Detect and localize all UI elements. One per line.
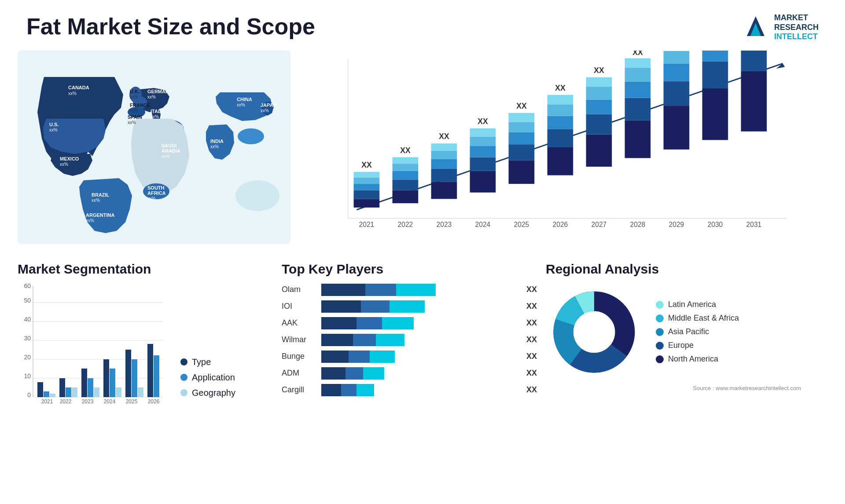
- regional-content: Latin America Middle East & Africa Asia …: [546, 284, 827, 380]
- svg-rect-22: [393, 190, 419, 203]
- label-saudi2: ARABIA: [162, 148, 180, 153]
- legend-latin-america: Latin America: [656, 300, 739, 309]
- legend-asia-pacific: Asia Pacific: [656, 327, 739, 336]
- svg-rect-71: [664, 106, 690, 150]
- legend-dot-type: [180, 358, 187, 365]
- svg-rect-37: [470, 157, 496, 171]
- svg-rect-43: [509, 160, 535, 184]
- bottom-grid: Market Segmentation 0 10 20 30 40 50 60: [0, 257, 845, 416]
- svg-rect-65: [625, 98, 651, 120]
- svg-rect-79: [702, 51, 728, 61]
- svg-text:50: 50: [24, 297, 31, 304]
- label-japan: JAPAN: [261, 102, 277, 108]
- svg-text:2022: 2022: [60, 398, 72, 405]
- svg-rect-38: [470, 146, 496, 157]
- svg-text:2027: 2027: [592, 221, 607, 228]
- svg-rect-66: [625, 81, 651, 98]
- label-argentina: ARGENTINA: [86, 212, 114, 218]
- svg-text:2029: 2029: [669, 221, 684, 228]
- legend-geography: Geography: [180, 388, 235, 398]
- svg-text:40: 40: [24, 316, 31, 323]
- svg-rect-102: [50, 394, 55, 397]
- segmentation-section: Market Segmentation 0 10 20 30 40 50 60: [18, 262, 273, 407]
- svg-rect-83: [741, 51, 767, 71]
- bar-2023: XX 2023: [431, 132, 457, 228]
- svg-point-128: [573, 311, 615, 353]
- svg-text:XX: XX: [439, 132, 449, 141]
- bar-2022: XX 2022: [393, 146, 419, 228]
- svg-rect-117: [132, 359, 137, 397]
- svg-rect-18: [354, 177, 380, 184]
- svg-text:2021: 2021: [41, 398, 53, 405]
- svg-text:30: 30: [24, 335, 31, 342]
- label-saudi: SAUDI: [162, 143, 176, 148]
- player-row-olam: Olam XX: [282, 284, 537, 296]
- svg-rect-59: [586, 99, 612, 114]
- player-row-bunge: Bunge XX: [282, 351, 537, 363]
- svg-rect-73: [664, 63, 690, 81]
- logo-text: MARKET RESEARCH INTELLECT: [774, 13, 819, 42]
- svg-rect-52: [547, 116, 573, 129]
- svg-rect-120: [147, 344, 153, 397]
- svg-rect-114: [116, 387, 121, 397]
- svg-text:XX: XX: [478, 117, 488, 126]
- world-map: CANADA xx% U.S. xx% MEXICO xx% BRAZIL xx…: [18, 46, 290, 248]
- svg-rect-16: [354, 190, 380, 199]
- svg-rect-100: [37, 382, 43, 397]
- svg-rect-25: [393, 164, 419, 171]
- svg-point-10: [235, 180, 279, 211]
- svg-rect-110: [94, 387, 99, 397]
- svg-rect-106: [72, 387, 77, 397]
- svg-rect-60: [586, 87, 612, 99]
- players-title: Top Key Players: [282, 262, 537, 277]
- growth-chart-section: XX 2021 XX 2022 XX 2023: [290, 46, 827, 257]
- pct-japan: xx%: [261, 108, 269, 113]
- svg-text:2030: 2030: [708, 221, 723, 228]
- seg-legend: Type Application Geography: [180, 357, 235, 407]
- map-section: CANADA xx% U.S. xx% MEXICO xx% BRAZIL xx…: [18, 46, 290, 248]
- page-title: Fat Market Size and Scope: [26, 13, 315, 40]
- regional-section: Regional Analysis: [546, 262, 827, 391]
- donut-container: [546, 284, 643, 380]
- label-china: CHINA: [237, 97, 252, 102]
- svg-text:2026: 2026: [148, 398, 160, 405]
- label-france: FRANCE: [130, 102, 150, 108]
- svg-rect-54: [547, 95, 573, 104]
- svg-rect-118: [138, 387, 143, 397]
- bar-2030: XX 2030: [702, 51, 728, 228]
- bar-2026: XX 2026: [547, 84, 573, 228]
- pct-saudi: xx%: [162, 154, 170, 159]
- segmentation-chart: 0 10 20 30 40 50 60: [18, 284, 167, 407]
- logo: MARKET RESEARCH INTELLECT: [742, 13, 819, 42]
- legend-application: Application: [180, 373, 235, 383]
- legend-dot-geography: [180, 389, 187, 396]
- svg-rect-47: [509, 113, 535, 122]
- svg-text:2031: 2031: [746, 221, 762, 228]
- pct-france: xx%: [130, 108, 138, 113]
- pct-southafrica: xx%: [147, 196, 156, 201]
- svg-text:XX: XX: [400, 146, 411, 154]
- svg-rect-112: [103, 359, 109, 397]
- svg-text:2023: 2023: [437, 221, 452, 228]
- svg-rect-39: [470, 136, 496, 146]
- pct-argentina: xx%: [86, 218, 94, 223]
- player-row-cargill: Cargill XX: [282, 384, 537, 396]
- svg-rect-108: [81, 369, 87, 397]
- bar-2029: XX 2029: [664, 51, 690, 228]
- donut-chart: [546, 284, 643, 380]
- player-row-aak: AAK XX: [282, 317, 537, 329]
- label-brazil: BRAZIL: [92, 192, 110, 197]
- bar-2031: XX 2031: [741, 51, 767, 228]
- header: Fat Market Size and Scope MARKET RESEARC…: [0, 0, 845, 46]
- bar-2024: XX 2024: [470, 117, 496, 228]
- svg-rect-36: [470, 171, 496, 193]
- regional-legend: Latin America Middle East & Africa Asia …: [656, 300, 739, 364]
- player-row-ioi: IOI XX: [282, 300, 537, 313]
- svg-rect-33: [431, 143, 457, 151]
- svg-text:XX: XX: [555, 84, 566, 92]
- label-spain: SPAIN: [128, 114, 142, 120]
- svg-text:2028: 2028: [630, 221, 646, 228]
- label-india: INDIA: [210, 139, 224, 144]
- svg-rect-58: [586, 114, 612, 134]
- svg-text:2025: 2025: [514, 221, 529, 228]
